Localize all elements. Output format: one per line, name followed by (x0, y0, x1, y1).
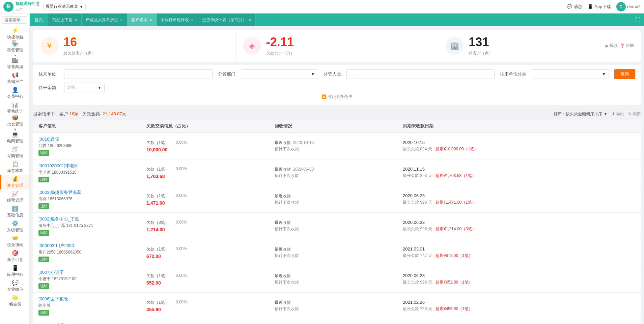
filter-label-unit: 往来单位 (38, 71, 59, 77)
debt-amount: 455.90 (146, 307, 169, 312)
overdue-amount[interactable]: 超期¥672.00（1笔） (436, 253, 473, 258)
overdue-amount[interactable]: 超期¥652.00（1笔） (436, 280, 473, 285)
debt-amount: 1,703.68 (146, 174, 169, 179)
tab-customer-account[interactable]: 客户账本 ✕ (127, 13, 157, 26)
filter-select-dept[interactable]: ▼ (241, 69, 318, 79)
tab-production-history[interactable]: 产成品入库单历史 ✕ (82, 13, 127, 26)
chevron-down-icon2: ▼ (602, 72, 606, 77)
recovery-cell: 最近收款 预计下次收款 (275, 273, 403, 285)
overdue-amount[interactable]: 超期¥1,703.68（1笔） (436, 173, 476, 178)
customer-name[interactable]: [0002]服务中心_丁磊 (38, 216, 146, 222)
sidebar-item-retail-mall[interactable]: 🏬 零售商城 (0, 56, 29, 71)
customer-cell: [0006]去下粮仓 陈小希 现销 (38, 296, 146, 316)
col-header-customer: 客户信息 (38, 123, 146, 129)
customer-name[interactable]: [0001020001]李老师 (38, 163, 146, 169)
overdue-date: 2020.06.23 (403, 220, 635, 225)
filter-input-unit[interactable]: ... (64, 69, 213, 79)
sidebar-item-quick-nav[interactable]: ⚡ 快捷导航 (0, 26, 29, 41)
filter-area: 往来单位 ... 分管部门 ▼ 分管人员 ... 往来单位 (33, 65, 641, 105)
sidebar-item-purchase[interactable]: 🛒 采购管理 (0, 145, 29, 160)
customer-phone: 李老师 18600391516 (38, 170, 146, 175)
refresh-button[interactable]: ↻ 刷新 (628, 111, 641, 117)
filter-select-balance[interactable]: 选择... ▼ (64, 83, 105, 92)
tab-home[interactable]: 首页 (30, 13, 48, 26)
company-select[interactable]: 母婴行业演示账套 ▼ (43, 3, 86, 10)
recovery-next: 预计下次收款 (275, 200, 403, 205)
customer-name[interactable]: [0007]小进干 (38, 269, 146, 275)
user-avatar[interactable]: D demo2 (616, 2, 641, 11)
overdue-amount[interactable]: 超期¥1,471.00（1笔） (436, 200, 476, 205)
overdue-date: 2020.11.15 (403, 167, 635, 172)
overdue-cell: 2020.06.23 最长欠款 998 天 超期¥1,214.00（3笔） (403, 220, 635, 232)
customer-tag: 现销 (38, 150, 49, 156)
app-download-button[interactable]: 📱 App下载 (588, 4, 611, 10)
stat-icon-diamond: ◈ (243, 37, 261, 55)
sidebar-item-ecommerce[interactable]: 💻 电商管理 (0, 130, 29, 145)
export-button[interactable]: ⬇ 导出 (612, 111, 624, 117)
sidebar-item-system[interactable]: ⚙️ 系统管理 (0, 219, 29, 234)
tab-close-icon[interactable]: ✕ (120, 18, 123, 22)
collapse-button[interactable]: 🔼 收起更多条件 (38, 92, 635, 101)
results-info: 搜索结果中，客户 16家 欠款金额 -21,148.07元 (33, 111, 127, 117)
customer-name[interactable]: [000001]黄思源 (38, 323, 146, 324)
recovery-next: 预计下次收款 (275, 253, 403, 259)
sidebar-item-wholesale[interactable]: 📦 批发管理 ▼ (0, 115, 29, 130)
tab-close-icon[interactable]: ✕ (191, 18, 194, 22)
debt-amount: 1,471.00 (146, 200, 169, 206)
overdue-amount[interactable]: 超期¥455.90（1笔） (436, 306, 473, 311)
tab-goods-listing[interactable]: 商品上下架 ✕ (48, 13, 82, 26)
results-header: 搜索结果中，客户 16家 欠款金额 -21,148.07元 排序：按欠款金额倒序… (33, 108, 641, 120)
debt-amount: 10,000.00 (146, 147, 169, 152)
customer-name[interactable]: [0006]去下粮仓 (38, 296, 146, 302)
sidebar-item-retail-stats[interactable]: 📊 零售统计 (0, 100, 29, 115)
tab-close-icon[interactable]: ✕ (249, 18, 251, 22)
overdue-amount[interactable]: 超期¥1,214.00（3笔） (436, 227, 476, 231)
sidebar-item-finance[interactable]: 💰 资金管理 (0, 175, 29, 189)
table-row: [0002]服务中心_丁磊 服务中心_丁磊 181 0125 8371 现销 欠… (33, 213, 641, 239)
sidebar-item-base-info[interactable]: ℹ️ 基础信息 (0, 204, 29, 219)
sidebar-item-member[interactable]: 👤 会员中心 (0, 86, 29, 100)
sidebar-item-vip[interactable]: 🌟 畅会员 (0, 293, 29, 308)
customer-name[interactable]: [0003]畅捷服务尹海蕊 (38, 189, 146, 196)
search-input[interactable] (2, 16, 27, 24)
sidebar-item-inventory[interactable]: 📋 库存核算 (0, 160, 29, 175)
brand-name: 畅捷通好生意 (16, 1, 40, 7)
sidebar-item-guide[interactable]: 🎯 新手引导 (0, 249, 29, 264)
sort-select[interactable]: 排序：按欠款金额倒序排序 ▼ (554, 111, 608, 117)
sidebar-item-marketing[interactable]: 📢 营销推广 (0, 71, 29, 86)
overdue-amount[interactable]: 超期¥10,000.00（1笔） (436, 147, 478, 151)
customer-cell: [0001020001]李老师 李老师 18600391516 现销 (38, 163, 146, 182)
sidebar-item-operations[interactable]: 📈 经营管理 (0, 189, 29, 204)
customer-name[interactable]: [0016]吕俊 (38, 136, 146, 142)
tab-purchase-order-stats[interactable]: 采购订单统计表 ✕ (157, 13, 198, 26)
tab-purchase-stats-by-goods[interactable]: 进货单统计表（按商品） ✕ (198, 13, 256, 26)
debt-ratio: 0.00% (176, 220, 187, 225)
recovery-next: 预计下次收款 (275, 279, 403, 285)
video-btn[interactable]: ▶ 视频 (606, 43, 618, 49)
tab-minimize-icon[interactable]: － (627, 17, 633, 24)
help-btn[interactable]: ❓ 帮助 (620, 43, 634, 49)
query-button[interactable]: 查询 (614, 69, 635, 79)
filter-select-category[interactable]: ▼ (532, 69, 609, 79)
debt-ratio: 0.00% (176, 167, 187, 171)
recovery-label: 最近收款 2020-06-30 (275, 167, 403, 172)
customer-phone: 吕俊 13026203696 (38, 143, 146, 149)
tab-maximize-icon[interactable]: ⛶ (635, 17, 641, 23)
debt-total-value: -2.11 (266, 35, 295, 49)
tab-close-icon[interactable]: ✕ (75, 18, 77, 22)
debt-customers-value: 16 (63, 35, 96, 49)
debt-ratio: 0.00% (176, 246, 187, 251)
filter-label-dept: 分管部门 (218, 71, 235, 77)
overdue-days: 最长欠款 853 天 超期¥1,703.68（1笔） (403, 173, 635, 179)
sidebar-item-app-center[interactable]: 📱 应用中心 (0, 264, 29, 278)
tab-close-icon[interactable]: ✕ (149, 18, 152, 22)
debt-ratio: 0.00% (176, 140, 187, 145)
sidebar-item-collab[interactable]: 🤝 企业协同 (0, 234, 29, 249)
filter-input-person[interactable]: ... (346, 69, 495, 79)
debt-info: 欠款（3笔） (146, 220, 169, 226)
sidebar-item-wechat[interactable]: 💬 企业微信 (0, 278, 29, 293)
overdue-cell: 2020.11.15 最长欠款 853 天 超期¥1,703.68（1笔） (403, 167, 635, 179)
customer-name[interactable]: [000002]用户2050 (38, 243, 146, 249)
sidebar-item-retail-mgmt[interactable]: 🏪 零售管理 ▲ (0, 41, 29, 56)
message-button[interactable]: 💬 消息 (567, 4, 582, 10)
